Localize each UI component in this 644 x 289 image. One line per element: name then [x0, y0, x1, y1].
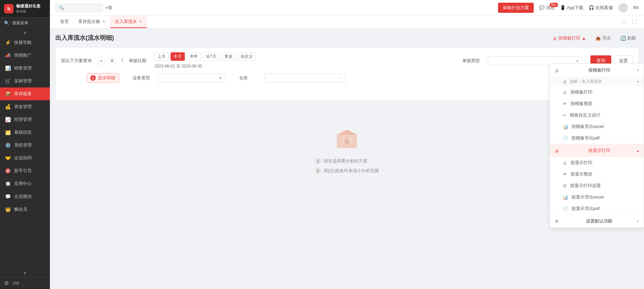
message-btn[interactable]: 💬 消息 99+: [539, 5, 555, 11]
settings-icon[interactable]: ⚙: [4, 280, 9, 286]
display-pdf-item[interactable]: 📄 按显示导出pdf: [550, 203, 644, 214]
template-print-icon: 🖨: [555, 68, 559, 73]
date-btn-this-month[interactable]: 本月: [171, 52, 185, 61]
menu-toggle-icon[interactable]: ≡≡: [13, 280, 19, 286]
svg-point-4: [344, 138, 350, 145]
step-2-num: 2: [315, 168, 321, 174]
date-btn-custom[interactable]: 自定义: [238, 52, 256, 61]
warehouse-select[interactable]: ···: [265, 74, 346, 83]
filter-collapse-btn[interactable]: 《: [119, 58, 123, 64]
sidebar-item-sales[interactable]: 📊 销售管理: [0, 62, 50, 75]
topbar-search[interactable]: 🔍: [55, 4, 103, 12]
sidebar-item-finance[interactable]: 💰 资金管理: [0, 100, 50, 113]
default-settings-icon: ⚙: [555, 219, 559, 224]
tab-expand-icon[interactable]: ⛶: [630, 19, 639, 25]
tab-flow-water-label: 出入库流水: [115, 19, 137, 25]
filter-settings-btn[interactable]: ⚙: [108, 57, 116, 65]
message-icon: 💬: [539, 5, 545, 10]
filter-add-btn[interactable]: +: [97, 57, 105, 65]
date-btn-last-month[interactable]: 上月: [154, 52, 169, 61]
tab-minimize-icon[interactable]: —: [620, 19, 628, 25]
sidebar-item-quick-nav[interactable]: ⚡ 快捷导航: [0, 36, 50, 49]
app-logo: b 畅捷通好生意 标准版: [0, 0, 50, 18]
default-settings-header[interactable]: ⚙ 设置默认功能 ▾: [550, 215, 644, 228]
trial-btn[interactable]: 体验行业方案: [498, 3, 534, 13]
basic-icon: 🗂️: [4, 130, 11, 135]
purchase-icon: 🛒: [4, 78, 11, 84]
template-pdf-label: 按模板导出pdf: [572, 135, 599, 141]
tab-batch-account-label: 库存批次账: [78, 19, 100, 25]
export-icon: 📤: [595, 36, 601, 41]
template-pdf-item[interactable]: 📄 按模板导出pdf: [550, 132, 644, 144]
page-toolbar: 🖨 按模板打印 ▲ 📤 导出 🔄 刷新: [550, 34, 639, 43]
refresh-btn[interactable]: 🔄 刷新: [618, 34, 639, 43]
tab-batch-account-close[interactable]: ✕: [102, 19, 106, 24]
tabbar: 首页 库存批次账 ✕ 出入库流水 ✕ — ⛶: [50, 16, 644, 28]
template-print-item[interactable]: 🖨 按模板打印: [550, 86, 644, 98]
sidebar-scroll-down[interactable]: ▼: [0, 269, 50, 277]
date-range: 2023-06-01 至 2023-06-30: [154, 63, 256, 69]
sidebar-item-member[interactable]: 👑 畅会员: [0, 203, 50, 216]
refresh-label: 刷新: [627, 35, 636, 41]
step-1-num: 1: [315, 158, 321, 164]
sidebar-item-enterprise[interactable]: 🤝 企业协同: [0, 152, 50, 164]
template-print-current-icon: 🖨: [563, 79, 567, 84]
template-print-chevron: ▾: [637, 68, 639, 73]
template-preview-item[interactable]: 👁 按模板预览: [550, 98, 644, 109]
display-excel-item[interactable]: 📊 按显示导出excel: [550, 191, 644, 203]
app-download-btn[interactable]: 📱 App下载: [560, 5, 583, 11]
app-download-label: App下载: [567, 5, 583, 11]
sidebar-item-tutorial[interactable]: 🎯 新手引导: [0, 164, 50, 177]
user-avatar[interactable]: [618, 3, 628, 12]
sidebar-item-marketing[interactable]: 📣 营销推广: [0, 49, 50, 62]
sidebar-item-app-center[interactable]: 🔲 应用中心: [0, 177, 50, 190]
template-custom-item[interactable]: ✏ 模板自定义设计: [550, 109, 644, 121]
search-menu[interactable]: 🔍 搜索菜单: [0, 18, 50, 29]
tab-batch-account[interactable]: 库存批次账 ✕: [74, 16, 110, 28]
topbar-gear-icon[interactable]: ⚙: [108, 4, 112, 11]
sidebar-item-inventory[interactable]: 📦 库存核算: [0, 87, 50, 100]
finance-icon: 💰: [4, 104, 11, 109]
svg-point-5: [345, 140, 346, 141]
sidebar-item-operations[interactable]: 📈 经营管理: [0, 113, 50, 126]
date-btn-7-days[interactable]: 近7天: [203, 52, 219, 61]
tab-flow-water[interactable]: 出入库流水 ✕: [110, 16, 147, 28]
online-service-label: 在线客服: [595, 5, 613, 11]
sidebar: b 畅捷通好生意 标准版 🔍 搜索菜单 ▲ ⚡ 快捷导航 📣 营销推广 📊 销售…: [0, 0, 50, 289]
search-icon: 🔍: [4, 21, 9, 26]
display-preview-label: 按显示预览: [570, 171, 592, 177]
warehouse-ellipsis: ···: [338, 76, 342, 81]
sidebar-item-wechat[interactable]: 💬 企业微信: [0, 190, 50, 203]
template-excel-item[interactable]: 📊 按模板导出excel: [550, 121, 644, 132]
template-print-sub-label: 按模板打印: [570, 89, 592, 95]
export-btn[interactable]: 📤 导出: [593, 34, 614, 43]
sidebar-item-purchase[interactable]: 🛒 采购管理: [0, 75, 50, 87]
date-btn-more[interactable]: 更多: [222, 52, 236, 61]
business-type-select[interactable]: ▾: [158, 74, 226, 83]
display-print-icon: 🖨: [555, 148, 559, 153]
display-print-settings-item[interactable]: ⚙ 按显示打印设置: [550, 180, 644, 191]
sidebar-item-system[interactable]: ⚙️ 系统管理: [0, 139, 50, 152]
tab-flow-water-close[interactable]: ✕: [139, 19, 142, 24]
quick-nav-icon: ⚡: [4, 40, 11, 45]
template-custom-icon: ✏: [563, 113, 566, 118]
display-print-settings-icon: ⚙: [563, 183, 567, 188]
display-print-header[interactable]: 🖨 按显示打印 ▴: [550, 144, 644, 157]
flow-tag[interactable]: ⊕ 流水明细: [87, 73, 119, 83]
topbar-dropdown-icon[interactable]: ▾: [105, 5, 108, 10]
app-center-icon: 🔲: [4, 181, 11, 186]
display-preview-item[interactable]: 👁 按显示预览: [550, 168, 644, 180]
display-pdf-icon: 📄: [563, 206, 568, 211]
display-print-item[interactable]: 🖨 按显示打印: [550, 157, 644, 168]
print-btn[interactable]: 🖨 按模板打印 ▲: [550, 34, 589, 43]
business-type-label: 业务类型: [133, 75, 153, 81]
online-service-btn[interactable]: 🎧 在线客服: [589, 5, 613, 11]
username[interactable]: Rit: [633, 5, 639, 10]
svg-point-6: [348, 140, 349, 141]
logo-icon: b: [4, 4, 13, 14]
date-btn-this-year[interactable]: 本年: [187, 52, 201, 61]
template-print-header[interactable]: 🖨 按模板打印 ▾: [550, 64, 644, 77]
tab-home[interactable]: 首页: [55, 16, 74, 28]
sidebar-item-basic[interactable]: 🗂️ 基础信息: [0, 126, 50, 139]
sidebar-scroll-up[interactable]: ▲: [0, 29, 50, 36]
